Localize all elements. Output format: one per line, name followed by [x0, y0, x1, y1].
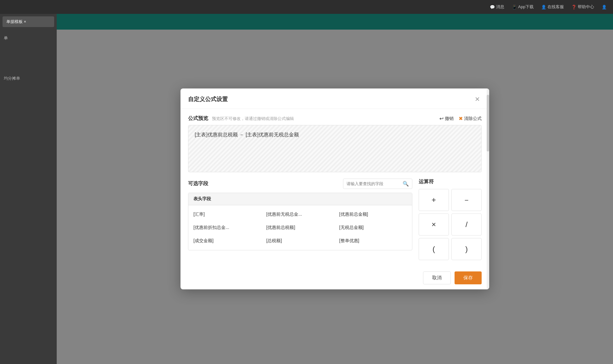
fields-header: 可选字段 🔍 [188, 179, 412, 189]
sidebar-sub-item: 单 [4, 33, 53, 43]
cancel-button[interactable]: 取消 [423, 271, 451, 284]
top-bar-online-service[interactable]: 👤 在线客服 [541, 4, 564, 10]
formula-text: [主表]优惠前总税额 － [主表]优惠前无税总金额 [195, 132, 299, 138]
main-area: 自定义公式设置 ✕ 公式预览 预览区不可修改，请通过撤销或清除公式编辑 [57, 14, 613, 364]
clear-icon: ✖ [459, 116, 463, 122]
field-search-input[interactable] [347, 181, 401, 186]
formula-label-group: 公式预览 预览区不可修改，请通过撤销或清除公式编辑 [188, 115, 294, 122]
help-center-icon: ❓ [571, 5, 576, 9]
sidebar-tab-label: 单据模板 × [6, 19, 26, 25]
sidebar-tab-template[interactable]: 单据模板 × [3, 16, 54, 27]
operator-button[interactable]: ) [451, 238, 482, 260]
top-bar-message[interactable]: 💬 消息 [490, 4, 504, 10]
operators-section: 运算符 +－×/() [419, 179, 482, 260]
sidebar-content: 单 [0, 30, 57, 47]
top-bar-avatar[interactable]: 👤 [602, 5, 607, 9]
app-download-icon: 📱 [512, 5, 517, 9]
top-bar-app-download[interactable]: 📱 App下载 [512, 4, 534, 10]
formula-header: 公式预览 预览区不可修改，请通过撤销或清除公式编辑 撤销 ✖ 清除公式 [188, 115, 482, 122]
modal-scrollbar-thumb [487, 95, 489, 151]
field-item[interactable]: [整单优惠] [337, 234, 410, 247]
undo-button[interactable]: 撤销 [439, 116, 454, 122]
field-item[interactable]: [总税额] [264, 234, 336, 247]
sidebar: 单据模板 × 单 均分摊单 [0, 14, 57, 364]
operator-button[interactable]: × [419, 213, 449, 236]
undo-icon [439, 116, 444, 122]
modal-title: 自定义公式设置 [188, 95, 228, 103]
operator-button[interactable]: + [419, 189, 449, 211]
avatar-icon: 👤 [602, 5, 607, 9]
field-item[interactable]: [无税总金额] [337, 221, 410, 234]
field-item[interactable]: [汇率] [191, 208, 264, 221]
modal-scrollbar[interactable] [487, 88, 489, 289]
online-service-icon: 👤 [541, 5, 546, 9]
field-item[interactable]: [优惠前折扣总金... [191, 221, 264, 234]
fields-table: 表头字段 [汇率][优惠前无税总金...[优惠前总金额][优惠前折扣总金...[… [188, 193, 412, 250]
operator-button[interactable]: / [451, 213, 482, 236]
operators-label: 运算符 [419, 179, 482, 185]
modal-header: 自定义公式设置 ✕ [180, 88, 489, 109]
operator-button[interactable]: － [451, 189, 482, 211]
fields-section: 可选字段 🔍 表头字段 [汇率][优惠前无税总金...[优惠前总金额][优惠前折… [188, 179, 412, 250]
modal-close-button[interactable]: ✕ [473, 95, 482, 104]
custom-formula-modal: 自定义公式设置 ✕ 公式预览 预览区不可修改，请通过撤销或清除公式编辑 [180, 88, 489, 289]
clear-formula-button[interactable]: ✖ 清除公式 [459, 116, 482, 122]
modal-backdrop: 自定义公式设置 ✕ 公式预览 预览区不可修改，请通过撤销或清除公式编辑 [57, 14, 613, 364]
formula-actions: 撤销 ✖ 清除公式 [439, 116, 482, 122]
message-icon: 💬 [490, 5, 495, 9]
modal-footer: 取消 保存 [180, 266, 489, 289]
field-search-box[interactable]: 🔍 [343, 179, 412, 189]
search-icon: 🔍 [403, 181, 409, 187]
field-item[interactable]: [优惠前总税额] [264, 221, 336, 234]
operator-button[interactable]: ( [419, 238, 449, 260]
field-item[interactable]: [优惠前无税总金... [264, 208, 336, 221]
fields-table-header: 表头字段 [188, 193, 412, 205]
top-bar-help-center[interactable]: ❓ 帮助中心 [571, 4, 594, 10]
formula-section: 公式预览 预览区不可修改，请通过撤销或清除公式编辑 撤销 ✖ 清除公式 [188, 115, 482, 172]
operators-grid: +－×/() [419, 189, 482, 260]
fields-grid: [汇率][优惠前无税总金...[优惠前总金额][优惠前折扣总金...[优惠前总税… [188, 205, 412, 250]
top-bar: 💬 消息 📱 App下载 👤 在线客服 ❓ 帮助中心 👤 [0, 0, 613, 14]
sidebar-bottom-item: 均分摊单 [0, 72, 57, 85]
formula-preview-box: [主表]优惠前总税额 － [主表]优惠前无税总金额 [188, 125, 482, 172]
bottom-section: 可选字段 🔍 表头字段 [汇率][优惠前无税总金...[优惠前总金额][优惠前折… [188, 179, 482, 260]
formula-label: 公式预览 [188, 115, 208, 122]
fields-label: 可选字段 [188, 180, 208, 187]
save-button[interactable]: 保存 [455, 271, 482, 284]
formula-hint: 预览区不可修改，请通过撤销或清除公式编辑 [212, 116, 294, 122]
field-item[interactable]: [优惠前总金额] [337, 208, 410, 221]
field-item[interactable]: [成交金额] [191, 234, 264, 247]
modal-body: 公式预览 预览区不可修改，请通过撤销或清除公式编辑 撤销 ✖ 清除公式 [180, 109, 489, 266]
